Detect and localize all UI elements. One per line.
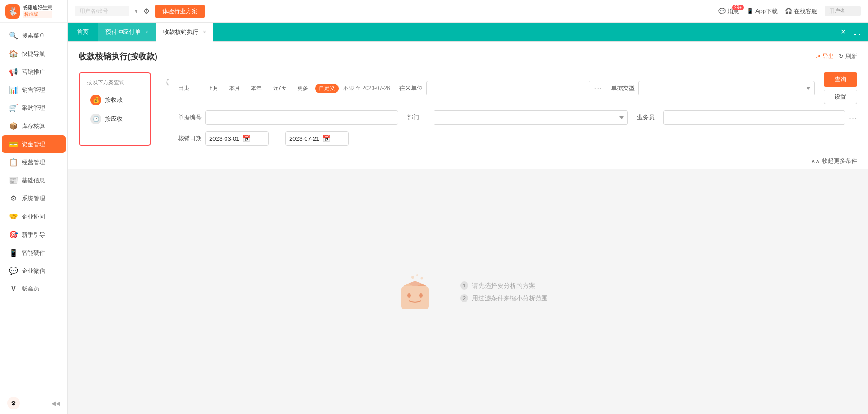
content-area: 收款核销执行(按收款) ↗ 导出 ↻ 刷新 按以下方案查询 💰 按收款 [68, 42, 868, 414]
message-button[interactable]: 💬 消息 99+ [718, 7, 739, 15]
sidebar-item-label-hardware: 智能硬件 [22, 249, 45, 257]
staff-dots-icon[interactable]: ··· [849, 113, 857, 123]
sidebar-logo: 🐇 畅捷通好生意 标准版 [0, 0, 67, 23]
collapse-more-button[interactable]: ∧∧ 收起更多条件 [811, 157, 857, 165]
sidebar-item-label-system: 系统管理 [22, 195, 45, 203]
date-btn-more[interactable]: 更多 [293, 83, 312, 94]
tab-verify[interactable]: 收款核销执行 × [156, 23, 213, 42]
sidebar-collapse-button[interactable]: ◀◀ [51, 400, 60, 407]
tab-verify-close-icon[interactable]: × [203, 29, 206, 35]
system-icon: ⚙ [9, 194, 18, 203]
collapse-up-icon: ∧∧ [811, 158, 820, 165]
filter-option-by-receivable[interactable]: 🕐 按应收 [87, 112, 143, 126]
marketing-icon: 📢 [9, 67, 18, 76]
date-custom-badge[interactable]: 自定义 [315, 84, 339, 93]
query-button[interactable]: 查询 [824, 72, 857, 87]
settings-bottom-icon[interactable]: ⚙ [7, 397, 20, 409]
sidebar-item-search-menu[interactable]: 🔍 搜索菜单 [2, 27, 66, 44]
verify-date-start-text: 2023-03-01 [209, 135, 240, 142]
receivable-option-icon: 🕐 [90, 114, 101, 124]
dropdown-icon[interactable]: ▾ [135, 8, 138, 14]
doc-type-select[interactable] [638, 81, 815, 95]
empty-hint-row-1: 1 请先选择要分析的方案 [460, 279, 548, 292]
date-separator: — [272, 135, 282, 142]
verify-date-end-picker[interactable]: 2023-07-21 📅 [285, 131, 349, 146]
sidebar-item-enterprise[interactable]: 🤝 企业协同 [2, 208, 66, 225]
online-service-icon: 🎧 [785, 8, 792, 14]
date-btn-this-month[interactable]: 本月 [225, 83, 244, 94]
verify-date-start-picker[interactable]: 2023-03-01 📅 [205, 131, 269, 146]
tabbar-actions: ✕ ⛶ [839, 26, 868, 38]
sidebar-item-label-search-menu: 搜索菜单 [22, 32, 45, 40]
tabbar: 首页 预付冲应付单 × 收款核销执行 × ✕ ⛶ [68, 23, 868, 42]
tab-prepay[interactable]: 预付冲应付单 × [98, 23, 156, 42]
sidebar-item-label-wechat: 企业微信 [22, 267, 45, 275]
date-btn-this-year[interactable]: 本年 [247, 83, 266, 94]
app-download-btn[interactable]: 📱 App下载 [746, 7, 778, 15]
tab-prepay-close-icon[interactable]: × [145, 29, 148, 35]
calendar-end-icon: 📅 [322, 135, 330, 142]
filter-group-dept: 部门 [407, 110, 627, 125]
partner-input[interactable] [426, 81, 591, 95]
filter-row-3: 核销日期 2023-03-01 📅 — 2023-07-21 📅 [178, 131, 857, 146]
empty-illustration [388, 264, 442, 319]
partner-dots-icon[interactable]: ··· [594, 84, 602, 93]
online-service-btn[interactable]: 🎧 在线客服 [785, 7, 817, 15]
filter-row-2: 单据编号 部门 业务员 ··· [178, 110, 857, 125]
sidebar-item-purchase[interactable]: 🛒 采购管理 [2, 99, 66, 117]
sidebar-item-finance[interactable]: 💳 资金管理 [2, 135, 66, 153]
sidebar-item-hardware[interactable]: 📱 智能硬件 [2, 244, 66, 262]
sidebar-item-business[interactable]: 📋 经营管理 [2, 153, 66, 171]
sidebar-nav: 🔍 搜索菜单 🏠 快捷导航 📢 营销推广 📊 销售管理 🛒 采购管理 📦 库存核… [0, 23, 67, 392]
sidebar: 🐇 畅捷通好生意 标准版 🔍 搜索菜单 🏠 快捷导航 📢 营销推广 📊 销售管理… [0, 0, 68, 414]
doc-no-input[interactable] [205, 110, 398, 125]
export-button[interactable]: ↗ 导出 [816, 52, 834, 61]
user-profile[interactable]: 用户名 [825, 6, 861, 16]
gear-icon[interactable]: ⚙ [143, 7, 150, 15]
sidebar-item-label-member: 畅会员 [22, 285, 39, 293]
sidebar-item-label-marketing: 营销推广 [22, 68, 45, 76]
date-btn-last-month[interactable]: 上月 [203, 83, 222, 94]
sidebar-item-marketing[interactable]: 📢 营销推广 [2, 63, 66, 81]
dept-select[interactable] [434, 110, 627, 125]
sidebar-item-member[interactable]: V 畅会员 [2, 280, 66, 297]
filter-group-doc-no: 单据编号 [178, 110, 398, 125]
calendar-start-icon: 📅 [242, 135, 250, 142]
purchase-icon: 🛒 [9, 104, 18, 112]
date-btn-7days[interactable]: 近7天 [269, 83, 291, 94]
sidebar-item-system[interactable]: ⚙ 系统管理 [2, 190, 66, 207]
filter-group-verify-date: 核销日期 2023-03-01 📅 — 2023-07-21 📅 [178, 131, 349, 146]
sidebar-logo-text-block: 畅捷通好生意 标准版 [23, 4, 52, 18]
filter-group-partner: 往来单位 ··· [399, 81, 603, 95]
member-icon: V [9, 285, 18, 292]
filter-action-btns: 查询 设置 [824, 72, 857, 104]
solution-button[interactable]: 体验行业方案 [155, 5, 205, 18]
sidebar-item-quick-nav[interactable]: 🏠 快捷导航 [2, 45, 66, 62]
tab-home[interactable]: 首页 [68, 23, 98, 42]
sidebar-item-inventory[interactable]: 📦 库存核算 [2, 117, 66, 135]
online-service-label: 在线客服 [794, 7, 817, 15]
sidebar-item-guide[interactable]: 🎯 新手引导 [2, 226, 66, 243]
maximize-icon[interactable]: ⛶ [852, 26, 863, 38]
home-tab-label: 首页 [77, 28, 89, 36]
empty-svg [388, 264, 442, 318]
app-download-icon: 📱 [746, 8, 754, 14]
settings-button[interactable]: 设置 [824, 90, 857, 104]
filter-more-row: ∧∧ 收起更多条件 [68, 153, 868, 169]
filter-option-by-receipt[interactable]: 💰 按收款 [87, 93, 143, 107]
filter-group-date: 日期 上月 本月 本年 近7天 更多 自定义 不限 至 2023-07-26 [178, 83, 390, 94]
refresh-button[interactable]: ↻ 刷新 [839, 52, 857, 61]
receipt-option-icon: 💰 [90, 95, 101, 105]
receipt-option-label: 按收款 [105, 96, 123, 104]
refresh-icon: ↻ [839, 53, 844, 60]
close-tab-icon[interactable]: ✕ [839, 26, 848, 38]
topbar: 用户名/账号 ▾ ⚙ 体验行业方案 💬 消息 99+ 📱 App下载 🎧 在线客… [68, 0, 868, 23]
sidebar-item-basic-info[interactable]: 📰 基础信息 [2, 171, 66, 189]
message-icon: 💬 [718, 8, 726, 14]
filter-panel-collapse-btn[interactable]: 《 [160, 76, 171, 146]
page-header: 收款核销执行(按收款) ↗ 导出 ↻ 刷新 [68, 42, 868, 65]
app-download-label: App下载 [755, 7, 778, 15]
sidebar-item-sales[interactable]: 📊 销售管理 [2, 81, 66, 99]
staff-input[interactable] [663, 110, 845, 125]
sidebar-item-wechat[interactable]: 💬 企业微信 [2, 262, 66, 280]
